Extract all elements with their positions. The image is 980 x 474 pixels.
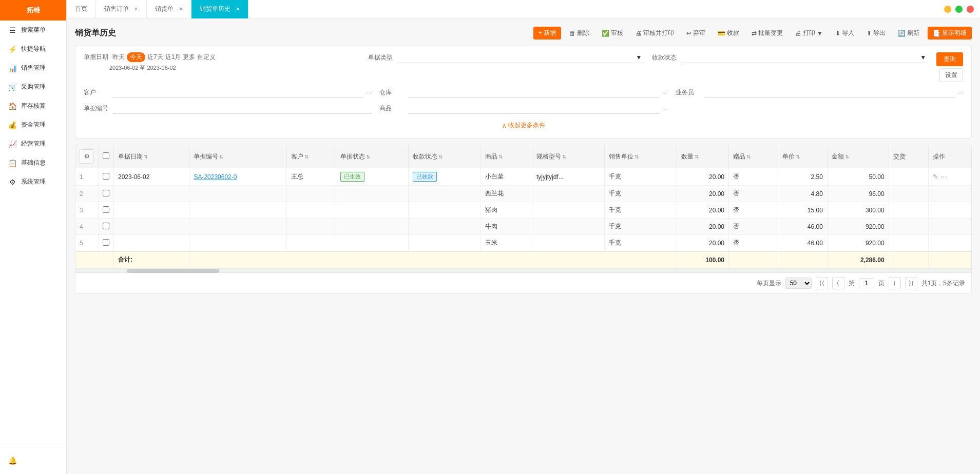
quick-nav-icon: ⚡ xyxy=(8,45,17,53)
settings-col-header[interactable]: ⚙ xyxy=(75,145,99,168)
warehouse-dots[interactable]: ··· xyxy=(662,89,667,96)
close-window-button[interactable] xyxy=(967,6,974,13)
tab-sales-goods[interactable]: 销货单 ✕ xyxy=(147,0,191,18)
sidebar-item-sales-mgmt[interactable]: 📊 销售管理 xyxy=(0,58,66,77)
collection-status-select[interactable]: ▼ xyxy=(681,52,928,63)
sidebar-item-system-mgmt[interactable]: ⚙ 系统管理 xyxy=(0,172,66,191)
collection-status-col-header[interactable]: 收款状态⇅ xyxy=(409,145,481,168)
first-page-button[interactable]: ⟨⟨ xyxy=(816,277,828,289)
quantity-col-header[interactable]: 数量⇅ xyxy=(677,145,729,168)
collect-button[interactable]: 💳 收款 xyxy=(714,27,743,40)
row-checkbox-1[interactable] xyxy=(103,173,109,180)
date-shortcut-7days[interactable]: 近7天 xyxy=(147,53,163,62)
customer-input[interactable] xyxy=(112,87,363,98)
show-detail-button[interactable]: 📑 显示明细 xyxy=(928,27,972,40)
sidebar-bottom-item1[interactable]: 🔔 xyxy=(0,451,66,470)
review-print-button[interactable]: 🖨 审核并打印 xyxy=(631,27,678,40)
sidebar-item-quick-nav[interactable]: ⚡ 快捷导航 xyxy=(0,40,66,58)
table-settings-gear[interactable]: ⚙ xyxy=(80,149,94,164)
query-button[interactable]: 查询 xyxy=(936,52,963,66)
amount-col-header[interactable]: 金额⇅ xyxy=(827,145,889,168)
doc-date-col-header[interactable]: 单据日期⇅ xyxy=(114,145,189,168)
gift-col-header[interactable]: 赠品⇅ xyxy=(729,145,778,168)
row-number: 3 xyxy=(80,207,83,214)
product-col-header[interactable]: 商品⇅ xyxy=(481,145,532,168)
page-input[interactable] xyxy=(859,278,874,288)
tab-sales-history[interactable]: 销货单历史 ✕ xyxy=(191,0,248,18)
review-button[interactable]: ✅ 审核 xyxy=(598,27,627,40)
table-cell xyxy=(409,219,481,235)
salesperson-input[interactable] xyxy=(704,87,955,98)
tab-home[interactable]: 首页 xyxy=(67,0,96,18)
spec-type-col-header[interactable]: 规格型号⇅ xyxy=(532,145,605,168)
maximize-button[interactable] xyxy=(955,6,963,13)
per-page-select[interactable]: 50 100 200 xyxy=(785,278,812,289)
doc-type-select[interactable]: ▼ xyxy=(397,52,644,63)
product-input[interactable] xyxy=(408,103,659,114)
next-page-button[interactable]: ⟩ xyxy=(889,277,901,289)
table-cell xyxy=(99,235,114,252)
table-cell: 否 xyxy=(729,202,778,219)
date-shortcut-today[interactable]: 今天 xyxy=(127,52,145,62)
tab-close-sales-order[interactable]: ✕ xyxy=(134,6,138,12)
table-cell: 千克 xyxy=(605,235,677,252)
table-cell: 20.00 xyxy=(677,186,729,202)
row-checkbox-2[interactable] xyxy=(103,190,109,196)
date-shortcut-1month[interactable]: 近1月 xyxy=(165,53,181,62)
sidebar-item-basic-info[interactable]: 📋 基础信息 xyxy=(0,153,66,172)
sidebar-item-finance-mgmt[interactable]: 💰 资金管理 xyxy=(0,115,66,134)
refresh-button[interactable]: 🔄 刷新 xyxy=(894,27,924,40)
warehouse-input[interactable] xyxy=(408,87,659,98)
abandon-button[interactable]: ↩ 弃审 xyxy=(682,27,709,40)
table-cell xyxy=(889,235,928,252)
sidebar-item-label: 快捷导航 xyxy=(21,45,46,53)
salesperson-dots[interactable]: ··· xyxy=(958,89,963,96)
row-checkbox-5[interactable] xyxy=(103,239,109,246)
summary-label xyxy=(75,251,114,268)
unit-price-col-header[interactable]: 单价⇅ xyxy=(778,145,827,168)
print-button[interactable]: 🖨 打印 ▼ xyxy=(791,27,827,40)
scroll-thumb[interactable] xyxy=(127,269,219,273)
doc-number-label: 单据编号 xyxy=(84,104,109,113)
row-checkbox-3[interactable] xyxy=(103,206,109,213)
more-action-icon[interactable]: ⋯ xyxy=(940,173,947,181)
page-header: 销货单历史 + 新增 🗑 删除 ✅ 审核 🖨 审核并打印 ↩ 弃审 xyxy=(75,27,972,40)
tab-close-sales-history[interactable]: ✕ xyxy=(236,6,240,12)
import-button[interactable]: ⬇ 导入 xyxy=(831,27,858,40)
customer-dots[interactable]: ··· xyxy=(366,89,371,96)
doc-number-input[interactable] xyxy=(112,103,371,114)
delete-button[interactable]: 🗑 删除 xyxy=(565,27,593,40)
doc-number-col-header[interactable]: 单据编号⇅ xyxy=(189,145,287,168)
select-all-checkbox[interactable] xyxy=(103,152,109,159)
date-shortcut-yesterday[interactable]: 昨天 xyxy=(112,53,125,62)
table-cell xyxy=(99,168,114,186)
date-shortcut-custom[interactable]: 自定义 xyxy=(197,53,216,62)
sidebar-item-operation-mgmt[interactable]: 📈 经营管理 xyxy=(0,134,66,153)
filter-settings-button[interactable]: 设置 xyxy=(939,68,963,82)
sales-unit-col-header[interactable]: 销售单位⇅ xyxy=(605,145,677,168)
customer-col-header[interactable]: 客户⇅ xyxy=(287,145,336,168)
edit-action-icon[interactable]: ✎ xyxy=(933,173,938,181)
review-print-icon: 🖨 xyxy=(636,30,642,37)
doc-number-link[interactable]: SA-20230602-0 xyxy=(194,173,237,181)
sidebar-item-inventory-calc[interactable]: 🏠 库存核算 xyxy=(0,96,66,115)
minimize-button[interactable] xyxy=(944,6,951,13)
product-dots[interactable]: ··· xyxy=(662,105,667,112)
table-scrollbar[interactable] xyxy=(75,268,971,272)
sidebar-item-search-menu[interactable]: ☰ 搜索菜单 xyxy=(0,21,66,40)
date-shortcut-more[interactable]: 更多 xyxy=(183,53,195,62)
doc-status-col-header[interactable]: 单据状态⇅ xyxy=(336,145,409,168)
tab-close-sales-goods[interactable]: ✕ xyxy=(179,6,183,12)
batch-change-button[interactable]: ⇄ 批量变更 xyxy=(747,27,787,40)
new-button[interactable]: + 新增 xyxy=(533,27,561,40)
export-button[interactable]: ⬆ 导出 xyxy=(862,27,890,40)
row-checkbox-4[interactable] xyxy=(103,223,109,229)
checkbox-col-header[interactable] xyxy=(99,145,114,168)
row-number: 4 xyxy=(80,223,83,230)
sidebar-item-purchase-mgmt[interactable]: 🛒 采购管理 xyxy=(0,77,66,96)
last-page-button[interactable]: ⟩⟩ xyxy=(905,277,917,289)
customer-sort-icon: ⇅ xyxy=(304,154,309,160)
prev-page-button[interactable]: ⟨ xyxy=(832,277,844,289)
collapse-button[interactable]: ∧ 收起更多条件 xyxy=(84,119,963,132)
tab-sales-order[interactable]: 销售订单 ✕ xyxy=(96,0,147,18)
